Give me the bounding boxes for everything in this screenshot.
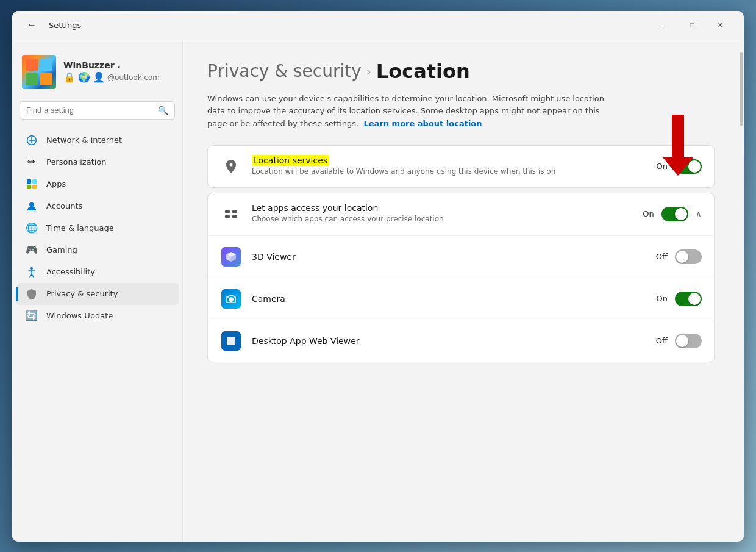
badge-lock: 🔒	[63, 71, 76, 83]
location-services-title-text: Location services	[252, 155, 329, 166]
camera-title: Camera	[252, 294, 647, 304]
svg-rect-4	[27, 179, 31, 184]
3d-viewer-toggle[interactable]	[675, 249, 702, 264]
badge-avatar: 👤	[93, 71, 105, 83]
camera-icon	[220, 288, 242, 310]
apps-icon	[26, 178, 38, 190]
location-services-row: Location services Location will be avail…	[208, 146, 714, 187]
sidebar-label-gaming: Gaming	[46, 245, 77, 254]
svg-rect-16	[227, 337, 235, 345]
minimize-button[interactable]: —	[650, 15, 678, 35]
desktop-web-viewer-text: Desktop App Web Viewer	[252, 336, 646, 346]
desktop-web-viewer-row: Desktop App Web Viewer Off	[208, 320, 714, 362]
close-button[interactable]: ✕	[706, 15, 734, 35]
apps-location-toggle[interactable]	[661, 207, 688, 221]
search-input[interactable]	[26, 106, 153, 115]
desktop-web-viewer-toggle[interactable]	[675, 334, 702, 348]
camera-controls: On	[657, 292, 702, 306]
svg-rect-13	[232, 210, 237, 213]
breadcrumb-current: Location	[376, 60, 470, 83]
scrollbar-thumb[interactable]	[740, 52, 743, 126]
badge-globe: 🌍	[78, 71, 90, 83]
desktop-web-viewer-status: Off	[656, 336, 668, 345]
sidebar-item-time-language[interactable]: 🌐 Time & language	[16, 217, 179, 239]
svg-rect-14	[232, 215, 237, 218]
svg-rect-12	[225, 215, 230, 218]
svg-rect-11	[225, 210, 230, 213]
sidebar-label-windows-update: Windows Update	[46, 311, 113, 320]
personalization-icon: ✏️	[26, 156, 38, 168]
svg-rect-0	[26, 59, 38, 71]
settings-window: ← Settings — □ ✕ WinBuzzer	[12, 11, 744, 542]
3d-viewer-text: 3D Viewer	[252, 252, 646, 262]
network-icon	[26, 134, 38, 146]
apps-location-title: Let apps access your location	[252, 203, 633, 213]
desktop-web-viewer-app-icon	[221, 331, 241, 351]
page-description: Windows can use your device's capabiliti…	[207, 93, 622, 131]
svg-rect-1	[40, 59, 52, 71]
back-button[interactable]: ←	[22, 15, 41, 35]
location-services-card: Location services Location will be avail…	[207, 145, 715, 188]
user-badges: 🔒 🌍 👤 @outlook.com	[63, 71, 160, 83]
avatar	[22, 55, 56, 89]
3d-viewer-row: 3D Viewer Off	[208, 235, 714, 278]
maximize-button[interactable]: □	[678, 15, 706, 35]
desktop-web-viewer-icon	[220, 330, 242, 352]
sidebar-label-time-language: Time & language	[46, 223, 114, 232]
breadcrumb-separator: ›	[366, 64, 371, 79]
apps-location-card: Let apps access your location Choose whi…	[207, 193, 715, 362]
sidebar-label-network: Network & internet	[46, 135, 122, 145]
3d-viewer-app-icon	[221, 247, 241, 267]
sidebar-label-apps: Apps	[46, 179, 66, 188]
camera-text: Camera	[252, 294, 647, 304]
toggle-knob-5	[676, 335, 688, 347]
svg-point-9	[30, 267, 33, 270]
accounts-icon	[26, 200, 38, 212]
window-controls: — □ ✕	[650, 15, 734, 35]
camera-toggle[interactable]	[675, 292, 702, 306]
sidebar-item-windows-update[interactable]: 🔄 Windows Update	[16, 305, 179, 327]
learn-more-link[interactable]: Learn more about location	[364, 119, 482, 128]
svg-rect-2	[26, 73, 38, 85]
sidebar-item-accounts[interactable]: Accounts	[16, 195, 179, 217]
scrollbar-track[interactable]	[739, 40, 744, 542]
main-content: WinBuzzer . 🔒 🌍 👤 @outlook.com 🔍	[12, 40, 744, 542]
location-services-controls: On	[657, 159, 702, 174]
sidebar-item-personalization[interactable]: ✏️ Personalization	[16, 151, 179, 173]
3d-viewer-status: Off	[656, 252, 668, 261]
location-services-desc: Location will be available to Windows an…	[252, 167, 647, 177]
sidebar-item-privacy-security[interactable]: Privacy & security	[16, 283, 179, 305]
desktop-web-viewer-controls: Off	[656, 334, 702, 348]
location-services-toggle[interactable]	[675, 159, 702, 174]
apps-location-text: Let apps access your location Choose whi…	[252, 203, 633, 224]
search-box[interactable]: 🔍	[20, 101, 175, 120]
time-language-icon: 🌐	[26, 222, 38, 234]
sidebar-item-apps[interactable]: Apps	[16, 173, 179, 195]
toggle-knob-4	[688, 293, 701, 305]
search-icon: 🔍	[158, 106, 168, 115]
window-title: Settings	[49, 21, 81, 30]
windows-update-icon: 🔄	[26, 310, 38, 322]
location-services-icon	[220, 156, 242, 177]
breadcrumb: Privacy & security › Location	[207, 60, 715, 83]
apps-location-icon	[220, 203, 242, 225]
svg-rect-5	[32, 179, 37, 184]
sidebar-label-personalization: Personalization	[46, 157, 107, 167]
sidebar-item-network[interactable]: Network & internet	[16, 129, 179, 151]
3d-viewer-title: 3D Viewer	[252, 252, 646, 262]
svg-rect-6	[27, 185, 31, 189]
toggle-knob	[688, 160, 701, 173]
user-name: WinBuzzer .	[63, 60, 160, 70]
location-services-text: Location services Location will be avail…	[252, 156, 647, 177]
3d-viewer-controls: Off	[656, 249, 702, 264]
sidebar-item-accessibility[interactable]: Accessibility	[16, 261, 179, 283]
sidebar-item-gaming[interactable]: 🎮 Gaming	[16, 239, 179, 261]
3d-viewer-icon	[220, 246, 242, 268]
apps-location-chevron[interactable]: ∧	[696, 209, 702, 219]
toggle-knob-2	[675, 208, 687, 220]
svg-point-8	[29, 202, 34, 207]
toggle-knob-3	[676, 251, 688, 263]
location-services-status: On	[657, 162, 668, 171]
sidebar-label-accounts: Accounts	[46, 201, 82, 210]
sidebar-label-accessibility: Accessibility	[46, 267, 95, 276]
